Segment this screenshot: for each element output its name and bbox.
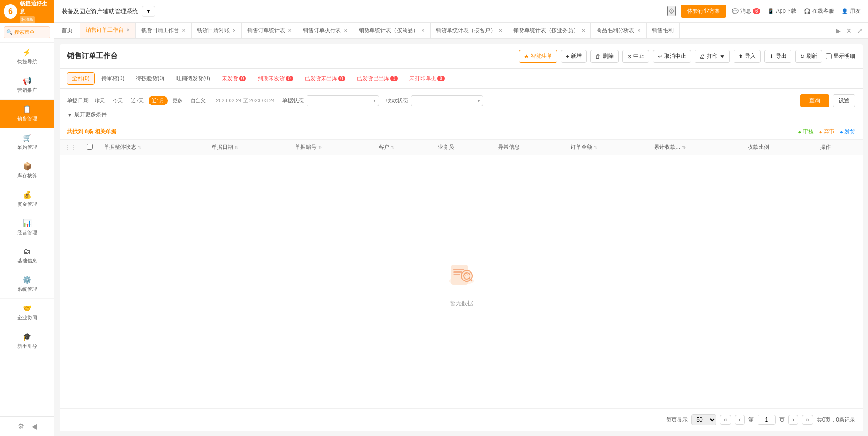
search-menu-button[interactable]: 🔍 搜索菜单 [4,26,50,38]
ship-button[interactable]: ● 发货 [840,128,855,136]
sidebar-item-marketing[interactable]: 📢 营销推广 [0,71,54,100]
filter-tab-shipped-not-out[interactable]: 已发货未出库0 [300,72,350,85]
sidebar-item-finance[interactable]: 💰 资金管理 [0,185,54,213]
filter-tab-shipped-out[interactable]: 已发货已出库0 [352,72,403,85]
last-page-button[interactable]: » [802,415,813,425]
th-status: 单据整体状态 ⇅ [98,140,206,155]
industry-solution-button[interactable]: 体验行业方案 [681,5,726,18]
sidebar-item-collab[interactable]: 🤝 企业协同 [0,299,54,327]
tab-close-icon[interactable]: ✕ [232,28,236,33]
export-button[interactable]: ⬇ 导出 [764,50,791,63]
next-page-button[interactable]: › [788,415,798,425]
sidebar-item-guide[interactable]: 🎓 新手引导 [0,327,54,355]
sidebar-item-system[interactable]: ⚙️ 系统管理 [0,270,54,299]
tab-home[interactable]: 首页 [54,23,80,38]
show-detail-checkbox[interactable] [826,53,832,59]
sort-number-icon[interactable]: ⇅ [318,145,322,150]
sidebar-item-basic[interactable]: 🗂 基础信息 [0,242,54,270]
tab-close-icon[interactable]: ✕ [182,28,186,33]
status-select-wrap [307,95,379,106]
sidebar-collapse-button[interactable]: ◀ [29,420,38,432]
approve-button[interactable]: ● 审核 [798,128,813,136]
page-number-input[interactable] [758,415,776,425]
sort-date-icon[interactable]: ⇅ [235,145,238,150]
quick-nav-icon: ⚡ [23,48,32,57]
filter-tab-pending-inspect[interactable]: 待拣验货(0) [131,72,169,85]
receipt-select[interactable] [411,95,483,106]
filter-tab-all[interactable]: 全部(0) [67,72,95,85]
tab-close-icon[interactable]: ✕ [581,28,585,33]
date-btn-more[interactable]: 更多 [169,96,186,105]
tab-scroll-right-button[interactable]: ▶ [834,26,843,35]
tab-maximize-button[interactable]: ⤢ [855,26,864,35]
sidebar-item-inventory[interactable]: 📦 库存核算 [0,156,54,185]
tab-close-icon[interactable]: ✕ [126,28,130,33]
expand-filters-button[interactable]: ▼ 展开更多条件 [67,111,107,118]
tab-sales-workbench[interactable]: 销售订单工作台 ✕ [80,23,136,38]
sidebar-item-ops[interactable]: 📊 经营管理 [0,213,54,242]
date-btn-yesterday[interactable]: 昨天 [91,96,108,105]
delete-button[interactable]: 🗑 删除 [590,50,619,63]
tab-close-icon[interactable]: ✕ [421,28,425,33]
online-service-button[interactable]: 🎧 在线客服 [804,7,834,15]
system-dropdown-button[interactable]: ▼ [142,6,155,17]
tab-sales-by-customer[interactable]: 销货单统计表（按客户） ✕ [431,23,508,38]
select-all-checkbox[interactable] [87,144,93,150]
revoke-button[interactable]: ● 弃审 [819,128,834,136]
tab-sales-exec[interactable]: 销售订单执行表 ✕ [297,23,353,38]
logo-icon: 6 [4,4,17,19]
print-button[interactable]: 🖨 打印 ▼ [695,50,730,63]
filter-tab-overdue-not-shipped[interactable]: 到期未发货0 [253,72,298,85]
sort-amount-icon[interactable]: ⇅ [594,145,597,150]
tab-close-icon[interactable]: ✕ [499,28,502,33]
filter-tab-pending-review[interactable]: 待审核(0) [96,72,129,85]
tab-close-icon[interactable]: ✕ [637,28,641,33]
per-page-select[interactable]: 20 50 100 [691,414,716,425]
date-btn-custom[interactable]: 自定义 [187,96,209,105]
tab-goods-profit[interactable]: 商品毛利分析表 ✕ [591,23,647,38]
filter-settings-button[interactable]: 设置 [833,94,855,107]
tab-cash-reconcile[interactable]: 钱货日清对账 ✕ [192,23,242,38]
tab-close-all-button[interactable]: ✕ [844,26,854,35]
filter-tab-not-printed[interactable]: 未打印单据0 [404,72,450,85]
show-detail-label[interactable]: 显示明细 [826,52,855,60]
filter-tab-not-shipped[interactable]: 未发货0 [217,72,251,85]
add-button[interactable]: + 新增 [561,50,587,63]
sort-collected-icon[interactable]: ⇅ [682,145,686,150]
sidebar-footer: ⚙ ◀ [0,416,54,436]
sidebar-item-quick-nav[interactable]: ⚡ 快捷导航 [0,43,54,71]
tab-close-icon[interactable]: ✕ [288,28,292,33]
sidebar-item-purchase[interactable]: 🛒 采购管理 [0,128,54,156]
status-select[interactable] [307,95,379,106]
prev-page-button[interactable]: ‹ [735,415,745,425]
main-area: 装备及固定资产辅助管理系统 ▼ ⚙ 体验行业方案 💬 消息 6 📱 App下载 … [54,0,868,436]
sort-customer-icon[interactable]: ⇅ [391,145,394,150]
tab-close-icon[interactable]: ✕ [344,28,347,33]
stop-button[interactable]: ⊘ 中止 [622,50,649,63]
sort-status-icon[interactable]: ⇅ [138,145,141,150]
sidebar-nav: ⚡ 快捷导航 📢 营销推广 📋 销售管理 🛒 采购管理 📦 库存核算 💰 资金管… [0,43,54,416]
date-btn-today[interactable]: 今天 [110,96,126,105]
message-button[interactable]: 💬 消息 6 [732,7,760,15]
query-button[interactable]: 查询 [800,94,829,107]
user-menu-button[interactable]: 👤 用友 [841,7,861,15]
sidebar-settings-button[interactable]: ⚙ [16,420,26,432]
smart-create-button[interactable]: ★ 智能生单 [519,50,557,63]
app-download-button[interactable]: 📱 App下载 [767,7,796,15]
cancel-stop-button[interactable]: ↩ 取消中止 [653,50,691,63]
sidebar-item-sales[interactable]: 📋 销售管理 [0,100,54,128]
tab-sales-by-staff[interactable]: 销货单统计表（按业务员） ✕ [508,23,591,38]
settings-icon-button[interactable]: ⚙ [667,6,676,16]
tab-sales-gross[interactable]: 销售毛利 [647,23,680,38]
refresh-button[interactable]: ↻ 刷新 [795,50,822,63]
filter-tab-wangpu-pending[interactable]: 旺铺待发货(0) [171,72,215,85]
import-button[interactable]: ⬆ 导入 [734,50,761,63]
tab-sales-stats[interactable]: 销售订单统计表 ✕ [242,23,297,38]
first-page-button[interactable]: « [720,415,731,425]
date-btn-7days[interactable]: 近7天 [128,96,147,105]
tab-cash-daily[interactable]: 钱货日清工作台 ✕ [136,23,192,38]
system-icon: ⚙️ [23,275,32,284]
date-btn-1month[interactable]: 近1月 [149,96,168,105]
tab-sales-by-product[interactable]: 销货单统计表（按商品） ✕ [353,23,431,38]
total-info: 共0页，0条记录 [817,416,855,424]
